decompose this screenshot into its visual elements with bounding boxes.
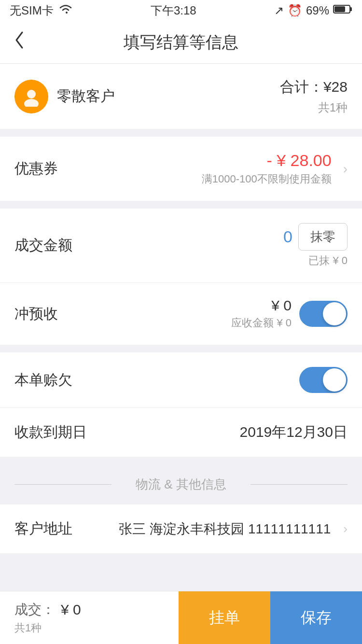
status-time: 下午3:18 (151, 3, 196, 18)
carrier-text: 无SIM卡 (10, 3, 54, 18)
transaction-value[interactable]: 0 (264, 227, 292, 246)
due-date-value: 2019年12月30日 (240, 422, 348, 442)
coupon-right: - ¥ 28.00 满1000-100不限制使用金额 › (202, 151, 348, 186)
nav-bar: 填写结算等信息 (0, 21, 362, 64)
bottom-bar: 成交： ¥ 0 共1种 挂单 保存 (0, 591, 362, 644)
prepayment-toggle[interactable] (299, 301, 348, 327)
customer-name: 零散客户 (57, 86, 115, 106)
transaction-section: 成交金额 0 抹零 已抹 ¥ 0 冲预收 ¥ 0 应收金额 ¥ 0 (0, 209, 362, 345)
round-zero-button[interactable]: 抹零 (298, 223, 348, 251)
address-arrow-icon: › (343, 521, 348, 536)
coupon-arrow: › (343, 161, 348, 177)
credit-label: 本单赊欠 (14, 370, 72, 390)
address-row[interactable]: 客户地址 张三 海淀永丰科技园 11111111111 › (0, 504, 362, 553)
address-section: 客户地址 张三 海淀永丰科技园 11111111111 › (0, 504, 362, 553)
location-icon: ↗ (274, 4, 284, 17)
bottom-count: 共1种 (14, 621, 164, 635)
prepayment-row: 冲预收 ¥ 0 应收金额 ¥ 0 (0, 283, 362, 345)
coupon-row[interactable]: 优惠券 - ¥ 28.00 满1000-100不限制使用金额 › (0, 137, 362, 201)
svg-rect-1 (350, 7, 352, 11)
transaction-right: 0 抹零 已抹 ¥ 0 (264, 223, 348, 268)
bottom-deal-label: 成交： (14, 601, 55, 619)
logistics-label: 物流 & 其他信息 (136, 476, 226, 493)
bottom-spacer (0, 561, 362, 580)
customer-left: 零散客户 (14, 80, 115, 113)
address-label: 客户地址 (14, 519, 72, 539)
customer-right: 合计：¥28 共1种 (280, 77, 348, 115)
bottom-deal-amount: ¥ 0 (61, 602, 81, 618)
credit-toggle[interactable] (299, 367, 348, 393)
bottom-info: 成交： ¥ 0 共1种 (0, 601, 179, 635)
customer-section: 零散客户 合计：¥28 共1种 (0, 64, 362, 129)
divider-line-right (251, 484, 348, 485)
divider-line-left (14, 484, 111, 485)
prepayment-sub: 应收金额 ¥ 0 (231, 316, 292, 330)
due-date-label: 收款到期日 (14, 422, 87, 442)
transaction-label: 成交金额 (14, 236, 72, 255)
due-date-row: 收款到期日 2019年12月30日 (0, 408, 362, 457)
coupon-desc: 满1000-100不限制使用金额 (202, 172, 332, 186)
svg-rect-2 (334, 6, 345, 12)
battery-text: 69% (306, 4, 329, 17)
transaction-amount-row: 成交金额 0 抹零 已抹 ¥ 0 (0, 209, 362, 283)
prepayment-label: 冲预收 (14, 304, 58, 324)
credit-row: 本单赊欠 (0, 352, 362, 408)
credit-right (299, 367, 348, 393)
back-button[interactable] (14, 30, 25, 54)
content: 零散客户 合计：¥28 共1种 优惠券 - ¥ 28.00 满1000-100不… (0, 64, 362, 638)
coupon-label: 优惠券 (14, 159, 58, 179)
bottom-deal: 成交： ¥ 0 (14, 601, 164, 619)
coupon-discount: - ¥ 28.00 (202, 151, 332, 170)
svg-point-4 (24, 99, 39, 107)
already-rounded-text: 已抹 ¥ 0 (264, 253, 348, 268)
prepayment-right: ¥ 0 应收金额 ¥ 0 (231, 297, 348, 330)
svg-point-3 (27, 90, 36, 98)
status-right: ↗ ⏰ 69% (274, 4, 352, 17)
total-amount: 合计：¥28 (280, 77, 348, 97)
alarm-icon: ⏰ (288, 4, 302, 17)
logistics-divider: 物流 & 其他信息 (0, 464, 362, 504)
credit-section: 本单赊欠 收款到期日 2019年12月30日 (0, 352, 362, 457)
prepayment-amount: ¥ 0 (231, 297, 292, 314)
coupon-section: 优惠券 - ¥ 28.00 满1000-100不限制使用金额 › (0, 137, 362, 201)
page-title: 填写结算等信息 (124, 31, 238, 54)
battery-icon (333, 4, 352, 17)
status-bar: 无SIM卡 下午3:18 ↗ ⏰ 69% (0, 0, 362, 21)
status-left: 无SIM卡 (10, 3, 73, 18)
save-button[interactable]: 保存 (270, 591, 362, 644)
wifi-icon (58, 4, 73, 17)
total-count: 共1种 (280, 100, 348, 115)
address-right: 张三 海淀永丰科技园 11111111111 › (119, 520, 348, 538)
avatar (14, 80, 48, 113)
address-value: 张三 海淀永丰科技园 11111111111 (119, 520, 331, 538)
hold-button[interactable]: 挂单 (179, 591, 270, 644)
